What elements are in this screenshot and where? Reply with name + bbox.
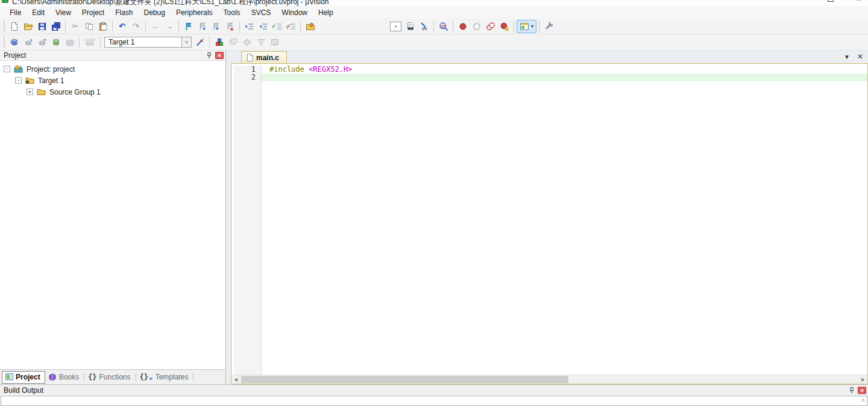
menu-tools[interactable]: Tools xyxy=(218,7,246,18)
close-build-output-button[interactable]: ✕ xyxy=(858,387,866,394)
tab-project[interactable]: Project xyxy=(2,371,45,384)
folder-icon xyxy=(36,87,46,96)
stop-build-icon xyxy=(65,37,75,47)
save-all-button[interactable] xyxy=(49,20,63,33)
collapse-toggle[interactable]: - xyxy=(4,66,10,72)
collapse-toggle[interactable]: - xyxy=(15,77,22,84)
options-for-target-button[interactable] xyxy=(193,36,207,49)
close-project-panel-button[interactable]: ✕ xyxy=(215,52,224,59)
menu-window[interactable]: Window xyxy=(276,7,313,18)
indent-button[interactable] xyxy=(242,20,256,33)
menu-project[interactable]: Project xyxy=(77,7,110,18)
disable-all-breakpoints-icon xyxy=(486,22,495,31)
tree-item-project[interactable]: - Project: project xyxy=(0,63,225,75)
unindent-button[interactable] xyxy=(256,20,270,33)
batch-build-button[interactable] xyxy=(49,36,63,49)
breakpoint-margin[interactable] xyxy=(231,64,234,375)
toggle-bookmark-button[interactable] xyxy=(181,20,195,33)
undo-button[interactable]: ↶ xyxy=(115,20,129,33)
svg-text:⁄⁄: ⁄⁄ xyxy=(272,23,276,30)
menu-view[interactable]: View xyxy=(50,7,77,18)
toolbar-grip[interactable] xyxy=(2,37,6,48)
menu-help[interactable]: Help xyxy=(313,7,339,18)
code-text[interactable] xyxy=(262,73,867,81)
tab-books[interactable]: Books xyxy=(45,371,83,384)
scrollbar-thumb[interactable] xyxy=(241,376,568,383)
debug-windows-icon xyxy=(520,22,529,31)
tab-main-c[interactable]: main.c xyxy=(241,51,287,63)
navigate-forward-button[interactable]: → xyxy=(162,20,176,33)
disable-all-breakpoints-button[interactable] xyxy=(483,20,497,33)
new-file-button[interactable] xyxy=(7,20,21,33)
pin-panel-button[interactable] xyxy=(848,387,856,395)
paste-icon xyxy=(98,22,108,31)
scroll-right-button[interactable]: > xyxy=(858,375,867,384)
clear-bookmarks-icon xyxy=(225,22,235,31)
build-output-title: Build Output xyxy=(4,386,848,395)
incremental-find-button[interactable] xyxy=(417,20,431,33)
code-line-1[interactable]: 1 #include <REGX52.H> xyxy=(231,66,867,73)
rebuild-button[interactable] xyxy=(35,36,49,49)
open-file-button[interactable] xyxy=(21,20,35,33)
redo-button[interactable]: ↷ xyxy=(129,20,143,33)
restore-window-button[interactable] xyxy=(828,0,834,2)
folder-edit-button[interactable] xyxy=(303,20,317,33)
cut-button[interactable]: ✂ xyxy=(68,20,82,33)
build-output-content[interactable]: ∧ xyxy=(1,396,867,406)
find-in-files-button[interactable] xyxy=(403,20,417,33)
code-editor[interactable]: 1 #include <REGX52.H> 2 xyxy=(231,64,867,375)
find-text-combobox[interactable]: ∨ xyxy=(390,22,401,31)
redo-icon: ↷ xyxy=(133,22,139,30)
translate-button[interactable] xyxy=(7,36,21,49)
paste-button[interactable] xyxy=(96,20,110,33)
toggle-breakpoint-button[interactable] xyxy=(456,20,470,33)
svg-text:✱: ✱ xyxy=(25,80,30,85)
tab-functions[interactable]: {} Functions xyxy=(85,371,134,384)
menu-debug[interactable]: Debug xyxy=(139,7,171,18)
dropdown-arrow-icon: ▾ xyxy=(531,23,533,29)
save-button[interactable] xyxy=(35,20,49,33)
scroll-left-button[interactable]: < xyxy=(231,375,241,384)
close-window-button[interactable]: ✕ xyxy=(855,0,862,2)
line-number: 1 xyxy=(231,66,262,73)
menu-edit[interactable]: Edit xyxy=(27,7,50,18)
expand-toggle[interactable]: + xyxy=(27,89,33,95)
toolbar-grip[interactable] xyxy=(2,21,6,32)
code-line-2[interactable]: 2 xyxy=(231,73,867,81)
code-text[interactable]: #include <REGX52.H> xyxy=(262,66,867,73)
enable-disable-breakpoint-button[interactable] xyxy=(470,20,483,33)
horizontal-scrollbar[interactable]: < > xyxy=(231,375,867,384)
menu-svcs[interactable]: SVCS xyxy=(246,7,277,18)
configuration-button[interactable] xyxy=(542,20,556,33)
scroll-up-icon[interactable]: ∧ xyxy=(861,397,865,403)
kill-all-breakpoints-button[interactable] xyxy=(497,20,511,33)
prev-bookmark-button[interactable] xyxy=(195,20,209,33)
build-button[interactable] xyxy=(21,36,35,49)
target-select-combobox[interactable]: Target 1 ∨ xyxy=(104,37,192,48)
window-title: C:\Users\Administrator\Desktop\新建文件夹 (2)… xyxy=(12,0,329,6)
menu-file[interactable]: File xyxy=(4,7,27,18)
comment-button[interactable]: ⁄⁄ xyxy=(270,20,284,33)
tree-item-source-group[interactable]: + Source Group 1 xyxy=(0,86,225,98)
batch-build-icon xyxy=(51,37,61,47)
next-bookmark-button[interactable] xyxy=(209,20,223,33)
find-button[interactable]: @ xyxy=(436,20,450,33)
clear-bookmarks-button[interactable] xyxy=(223,20,237,33)
menu-flash[interactable]: Flash xyxy=(110,7,138,18)
pack-installer-button xyxy=(268,36,281,49)
tab-list-dropdown-button[interactable]: ▼ xyxy=(844,54,850,60)
pin-panel-button[interactable] xyxy=(205,52,213,60)
folder-edit-icon xyxy=(306,22,315,31)
close-document-button[interactable]: ✕ xyxy=(857,52,863,61)
tab-templates[interactable]: {}➤ Templates xyxy=(137,371,193,384)
back-arrow-icon: ← xyxy=(151,22,159,30)
target-select-dropdown-button[interactable]: ∨ xyxy=(181,37,192,48)
comment-icon: ⁄⁄ xyxy=(272,22,282,31)
debug-windows-button[interactable]: ▾ xyxy=(517,20,536,33)
manage-rte-button[interactable] xyxy=(212,36,226,49)
uncomment-button[interactable]: ⁄⁄ xyxy=(284,20,298,33)
navigate-back-button[interactable]: ← xyxy=(148,20,162,33)
tree-item-target[interactable]: - ✱ Target 1 xyxy=(0,75,225,86)
menu-peripherals[interactable]: Peripherals xyxy=(171,7,218,18)
copy-button[interactable] xyxy=(82,20,96,33)
